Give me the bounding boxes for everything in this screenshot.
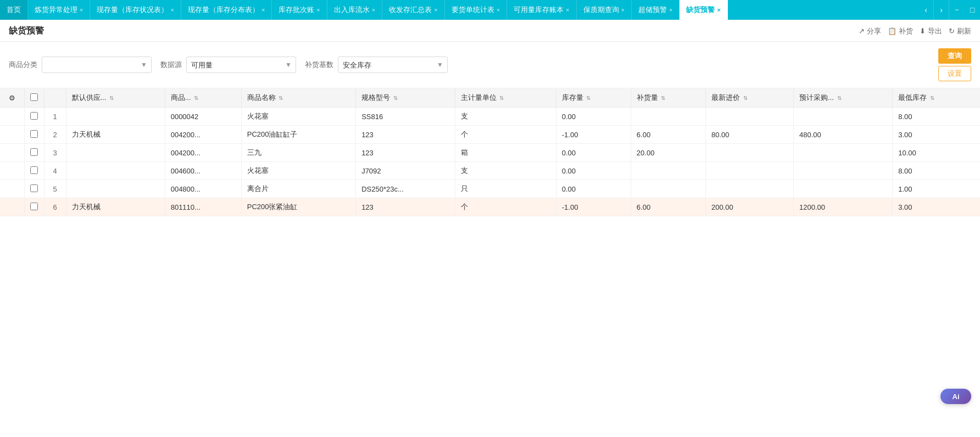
tab-req-stat[interactable]: 要货单统计表 × bbox=[445, 0, 507, 20]
replenish-base-select[interactable]: 安全库存 bbox=[338, 57, 448, 73]
tab-expiry-query[interactable]: 保质期查询 × bbox=[577, 0, 632, 20]
close-icon[interactable]: × bbox=[372, 7, 375, 13]
close-icon[interactable]: × bbox=[170, 7, 174, 13]
sort-icon: ⇅ bbox=[661, 95, 665, 101]
col-header-replenish-label: 补货量 bbox=[637, 93, 658, 102]
datasource-label: 数据源 bbox=[160, 60, 182, 70]
row-settings-cell bbox=[0, 162, 24, 180]
col-header-settings[interactable]: ⚙ bbox=[0, 88, 24, 108]
refresh-label: 刷新 bbox=[957, 26, 971, 36]
close-icon[interactable]: × bbox=[566, 7, 569, 13]
tab-expiry-query-label: 保质期查询 bbox=[583, 5, 619, 15]
col-header-check bbox=[24, 88, 44, 108]
category-filter-group: 商品分类 ▼ bbox=[9, 57, 152, 73]
table-row: 3 004200... 三九 123 箱 0.00 20.00 10.00 bbox=[0, 144, 980, 162]
row-unit-cell: 只 bbox=[455, 180, 556, 198]
sort-icon: ⇅ bbox=[393, 95, 398, 101]
row-latest-price-cell: 200.00 bbox=[705, 198, 793, 216]
close-icon[interactable]: × bbox=[261, 7, 265, 13]
row-product-code-cell: 0000042 bbox=[165, 108, 241, 126]
row-check-cell bbox=[24, 126, 44, 144]
tab-shortage[interactable]: 缺货预警 × bbox=[680, 0, 727, 20]
tab-recv-summary[interactable]: 收发存汇总表 × bbox=[382, 0, 444, 20]
datasource-select-wrapper: 可用量 ▼ bbox=[186, 57, 296, 73]
row-checkbox[interactable] bbox=[30, 166, 38, 174]
close-icon[interactable]: × bbox=[316, 7, 320, 13]
share-icon: ↗ bbox=[859, 27, 865, 35]
row-replenish-cell bbox=[631, 162, 705, 180]
row-spec-cell: 123 bbox=[356, 198, 455, 216]
row-checkbox[interactable] bbox=[30, 112, 38, 120]
col-header-unit[interactable]: 主计量单位 ⇅ bbox=[455, 88, 556, 108]
close-icon[interactable]: × bbox=[669, 7, 672, 13]
tab-batch-account[interactable]: 库存批次账 × bbox=[272, 0, 327, 20]
row-est-purchase-cell bbox=[794, 108, 893, 126]
category-select[interactable] bbox=[42, 57, 152, 73]
refresh-button[interactable]: ↻ 刷新 bbox=[949, 26, 971, 36]
col-header-latest-price[interactable]: 最新进价 ⇅ bbox=[705, 88, 793, 108]
row-replenish-cell bbox=[631, 108, 705, 126]
close-icon[interactable]: × bbox=[497, 7, 500, 13]
tab-home[interactable]: 首页 bbox=[0, 0, 28, 20]
col-header-product-code[interactable]: 商品... ⇅ bbox=[165, 88, 241, 108]
export-button[interactable]: ⬇ 导出 bbox=[920, 26, 942, 36]
row-check-cell bbox=[24, 162, 44, 180]
col-header-stock[interactable]: 库存量 ⇅ bbox=[556, 88, 631, 108]
category-label: 商品分类 bbox=[9, 60, 37, 70]
table-row: 6 力天机械 801110... PC200张紧油缸 123 个 -1.00 6… bbox=[0, 198, 980, 216]
replenish-button[interactable]: 📋 补货 bbox=[888, 26, 913, 36]
tab-overstock[interactable]: 超储预警 × bbox=[632, 0, 680, 20]
col-header-est-purchase-label: 预计采购... bbox=[799, 93, 834, 102]
row-settings-cell bbox=[0, 144, 24, 162]
tab-batch-account-label: 库存批次账 bbox=[279, 5, 314, 15]
maximize-button[interactable]: □ bbox=[965, 0, 980, 20]
col-header-product-name[interactable]: 商品名称 ⇅ bbox=[241, 88, 355, 108]
col-header-replenish[interactable]: 补货量 ⇅ bbox=[631, 88, 705, 108]
query-button[interactable]: 查询 bbox=[938, 48, 971, 64]
replenish-label: 补货 bbox=[899, 26, 913, 36]
row-checkbox[interactable] bbox=[30, 184, 38, 192]
minimize-button[interactable]: － bbox=[949, 0, 965, 20]
row-checkbox[interactable] bbox=[30, 203, 38, 210]
row-spec-cell: 123 bbox=[356, 126, 455, 144]
tab-recv-summary-label: 收发存汇总表 bbox=[389, 5, 432, 15]
row-unit-cell: 支 bbox=[455, 162, 556, 180]
share-button[interactable]: ↗ 分享 bbox=[859, 26, 881, 36]
tab-inventory-dist[interactable]: 现存量（库存分布表） × bbox=[181, 0, 272, 20]
row-product-code-cell: 004600... bbox=[165, 162, 241, 180]
row-spec-cell: J7092 bbox=[356, 162, 455, 180]
row-product-code-cell: 004200... bbox=[165, 144, 241, 162]
col-header-spec[interactable]: 规格型号 ⇅ bbox=[356, 88, 455, 108]
table-row: 5 004800... 离合片 DS250*23c... 只 0.00 1.00 bbox=[0, 180, 980, 198]
ai-assistant-button[interactable]: Ai bbox=[940, 389, 971, 404]
col-header-latest-price-label: 最新进价 bbox=[711, 93, 740, 102]
next-tab-button[interactable]: › bbox=[934, 0, 949, 20]
tab-refine-abnormal[interactable]: 炼货异常处理 × bbox=[28, 0, 90, 20]
row-stock-cell: 0.00 bbox=[556, 162, 631, 180]
col-header-supplier[interactable]: 默认供应... ⇅ bbox=[66, 88, 165, 108]
datasource-select[interactable]: 可用量 bbox=[186, 57, 296, 73]
row-check-cell bbox=[24, 198, 44, 216]
row-num-cell: 3 bbox=[44, 144, 66, 162]
sort-icon: ⇅ bbox=[279, 95, 283, 101]
row-settings-cell bbox=[0, 126, 24, 144]
col-header-min-stock[interactable]: 最低库存 ⇅ bbox=[893, 88, 980, 108]
col-header-est-purchase[interactable]: 预计采购... ⇅ bbox=[794, 88, 893, 108]
tab-in-out-flow[interactable]: 出入库流水 × bbox=[327, 0, 382, 20]
close-icon[interactable]: × bbox=[80, 7, 83, 13]
row-spec-cell: DS250*23c... bbox=[356, 180, 455, 198]
close-icon[interactable]: × bbox=[717, 7, 720, 13]
close-icon[interactable]: × bbox=[434, 7, 437, 13]
settings-button[interactable]: 设置 bbox=[938, 66, 971, 81]
tab-inventory-status[interactable]: 现存量（库存状况表） × bbox=[90, 0, 181, 20]
tab-avail-ledger[interactable]: 可用量库存账本 × bbox=[507, 0, 576, 20]
sort-icon: ⇅ bbox=[499, 95, 504, 101]
close-icon[interactable]: × bbox=[621, 7, 625, 13]
row-checkbox[interactable] bbox=[30, 148, 38, 156]
row-latest-price-cell bbox=[705, 162, 793, 180]
select-all-checkbox[interactable] bbox=[30, 93, 38, 101]
row-check-cell bbox=[24, 108, 44, 126]
row-settings-cell bbox=[0, 198, 24, 216]
row-checkbox[interactable] bbox=[30, 130, 38, 138]
prev-tab-button[interactable]: ‹ bbox=[918, 0, 934, 20]
